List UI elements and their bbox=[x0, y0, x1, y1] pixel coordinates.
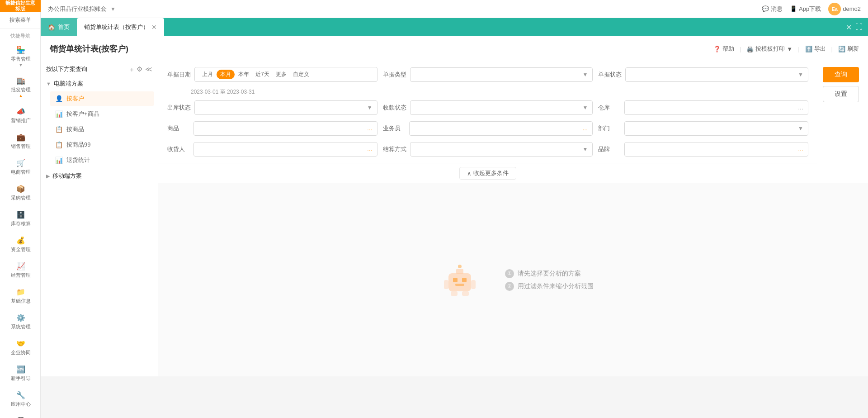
export-btn[interactable]: ⬆️ 导出 bbox=[805, 45, 826, 53]
scheme-item-by-customer[interactable]: 👤 按客户 bbox=[50, 91, 154, 106]
tab-bar-close-btn[interactable]: ✕ bbox=[846, 23, 852, 32]
scheme-collapse-icon[interactable]: ≪ bbox=[145, 65, 152, 73]
product-select[interactable]: … bbox=[193, 121, 377, 136]
action-divider-1: | bbox=[740, 46, 741, 52]
scheme-desktop-group-header[interactable]: ▼ 电脑端方案 bbox=[41, 77, 158, 90]
sidebar-item-base[interactable]: 📁 基础信息 bbox=[0, 283, 40, 309]
sidebar-item-ecommerce[interactable]: 🛒 电商管理 bbox=[0, 154, 40, 180]
tab-bar-maximize-btn[interactable]: ⛶ bbox=[855, 23, 863, 31]
warehouse-select[interactable]: … bbox=[624, 100, 808, 115]
sidebar-item-sales[interactable]: 💼 销售管理 bbox=[0, 128, 40, 154]
brand-select[interactable]: … bbox=[624, 142, 808, 157]
finance-label: 资金管理 bbox=[11, 246, 31, 253]
refresh-label: 刷新 bbox=[847, 45, 859, 53]
tab-sales-stat-label: 销货单统计表（按客户） bbox=[84, 23, 149, 31]
svg-point-5 bbox=[458, 265, 462, 268]
order-type-select[interactable]: ▼ bbox=[410, 67, 593, 82]
settings-btn[interactable]: 设置 bbox=[823, 86, 859, 102]
query-btn[interactable]: 查询 bbox=[823, 67, 859, 82]
scheme-item-by-product[interactable]: 📋 按商品 bbox=[50, 122, 154, 137]
page-content: 销货单统计表(按客户) ❓ 帮助 | 🖨️ 按模板打印 ▼ | ⬆️ bbox=[41, 36, 868, 418]
svg-rect-7 bbox=[471, 280, 476, 289]
warehouse-arrow: … bbox=[798, 104, 803, 111]
tab-bar-actions: ✕ ⛶ bbox=[846, 23, 868, 32]
out-status-select[interactable]: ▼ bbox=[194, 100, 377, 115]
scheme-item-by-customer-product[interactable]: 📊 按客户+商品 bbox=[50, 107, 154, 121]
sidebar-item-system[interactable]: ⚙️ 系统管理 bbox=[0, 309, 40, 335]
by-customer-icon: 👤 bbox=[55, 95, 63, 102]
sidebar-item-purchase[interactable]: 📦 采购管理 bbox=[0, 180, 40, 206]
filter-row-2: 出库状态 ▼ 收款状态 bbox=[158, 100, 817, 115]
print-btn[interactable]: 🖨️ 按模板打印 ▼ bbox=[746, 45, 793, 53]
app-download-action[interactable]: 📱 App下载 bbox=[790, 5, 821, 13]
tip-num-2: ② bbox=[505, 282, 514, 291]
logo-area[interactable]: 畅捷信好生意 标版 bbox=[0, 0, 41, 12]
inventory-label: 库存核算 bbox=[11, 220, 31, 227]
filter-out-status: 出库状态 ▼ bbox=[167, 100, 377, 115]
out-status-label: 出库状态 bbox=[167, 104, 191, 112]
payment-status-select[interactable]: ▼ bbox=[410, 100, 593, 115]
settlement-label: 结算方式 bbox=[383, 145, 406, 153]
svg-rect-8 bbox=[451, 291, 458, 296]
date-tab-this-month[interactable]: 本月 bbox=[217, 70, 235, 79]
date-range-text: 2023-03-01 至 2023-03-31 bbox=[191, 89, 255, 95]
by-product-icon: 📋 bbox=[55, 126, 63, 133]
date-tab-custom[interactable]: 自定义 bbox=[290, 70, 312, 79]
sidebar-item-business[interactable]: 📈 经营管理 bbox=[0, 257, 40, 283]
settlement-select[interactable]: ▼ bbox=[410, 142, 593, 157]
wholesale-arrow: ▲ bbox=[19, 93, 23, 98]
payment-status-label: 收款状态 bbox=[383, 104, 406, 112]
date-tab-more[interactable]: 更多 bbox=[273, 70, 289, 79]
sidebar-item-wechat[interactable]: 💬 企业微信 bbox=[0, 412, 40, 418]
tab-close-icon[interactable]: ✕ bbox=[151, 24, 157, 31]
header-dropdown-icon[interactable]: ▼ bbox=[110, 6, 116, 12]
sidebar-item-inventory[interactable]: 🗄️ 库存核算 bbox=[0, 206, 40, 232]
department-select[interactable]: ▼ bbox=[624, 121, 808, 136]
sidebar-item-retail[interactable]: 🏪 零售管理 ▼ bbox=[0, 41, 40, 72]
scheme-mobile-group-header[interactable]: ▶ 移动端方案 bbox=[41, 169, 158, 183]
scheme-mobile-group: ▶ 移动端方案 bbox=[41, 169, 158, 183]
help-icon: ❓ bbox=[713, 46, 721, 52]
scheme-panel-header: 按以下方案查询 + ⚙ ≪ bbox=[41, 65, 158, 77]
retail-label: 零售管理 bbox=[11, 56, 31, 62]
print-label: 按模板打印 bbox=[755, 45, 785, 53]
sidebar-search[interactable]: 搜索菜单 bbox=[0, 12, 40, 29]
refresh-btn[interactable]: 🔄 刷新 bbox=[838, 45, 859, 53]
top-header: 办公用品行业模拟账套 ▼ 💬 消息 📱 App下载 Ea demo2 bbox=[41, 0, 868, 18]
scheme-item-return-stats[interactable]: 📊 退货统计 bbox=[50, 153, 154, 167]
collapse-btn[interactable]: ∧ 收起更多条件 bbox=[459, 167, 516, 180]
sidebar-quick-nav[interactable]: 快捷导航 bbox=[0, 29, 40, 41]
scheme-settings-icon[interactable]: ⚙ bbox=[137, 65, 142, 73]
sidebar-item-enterprise[interactable]: 🤝 企业协同 bbox=[0, 335, 40, 361]
ecommerce-icon: 🛒 bbox=[16, 159, 25, 167]
avatar-text: Ea bbox=[832, 6, 838, 12]
help-btn[interactable]: ❓ 帮助 bbox=[713, 45, 734, 53]
empty-tip-2: ② 用过滤条件来缩小分析范围 bbox=[505, 282, 594, 291]
date-tab-last-month[interactable]: 上月 bbox=[199, 70, 216, 79]
sidebar-item-app-center[interactable]: 🔧 应用中心 bbox=[0, 386, 40, 412]
date-control[interactable]: 上月 本月 本年 近7天 更多 自定义 bbox=[194, 67, 377, 82]
sidebar-item-wholesale[interactable]: 🏬 批发管理 ▲ bbox=[0, 72, 40, 103]
tab-sales-stat[interactable]: 销货单统计表（按客户） ✕ bbox=[77, 18, 164, 36]
date-tab-this-year[interactable]: 本年 bbox=[236, 70, 252, 79]
tab-bar: 🏠 首页 销货单统计表（按客户） ✕ ✕ ⛶ bbox=[41, 18, 868, 36]
sidebar-item-newbie[interactable]: 🆕 新手引导 bbox=[0, 361, 40, 386]
receiver-select[interactable]: … bbox=[193, 142, 377, 157]
sidebar-item-marketing[interactable]: 📣 营销推广 bbox=[0, 103, 40, 128]
user-area[interactable]: Ea demo2 bbox=[828, 3, 861, 15]
scheme-item-by-product-99[interactable]: 📋 按商品99 bbox=[50, 138, 154, 152]
retail-icon: 🏪 bbox=[16, 46, 25, 54]
tab-home-label: 首页 bbox=[58, 23, 70, 31]
by-customer-product-icon: 📊 bbox=[55, 110, 63, 118]
user-avatar: Ea bbox=[828, 3, 841, 15]
staff-select[interactable]: … bbox=[409, 121, 593, 136]
order-status-label: 单据状态 bbox=[598, 71, 622, 79]
business-label: 经营管理 bbox=[11, 272, 31, 279]
date-tab-last-7-days[interactable]: 近7天 bbox=[253, 70, 272, 79]
message-action[interactable]: 💬 消息 bbox=[762, 5, 783, 13]
scheme-add-icon[interactable]: + bbox=[130, 66, 134, 73]
order-status-select[interactable]: ▼ bbox=[625, 67, 808, 82]
print-dropdown-icon: ▼ bbox=[787, 46, 793, 52]
sidebar-item-finance[interactable]: 💰 资金管理 bbox=[0, 232, 40, 257]
tab-home[interactable]: 🏠 首页 bbox=[41, 18, 77, 36]
